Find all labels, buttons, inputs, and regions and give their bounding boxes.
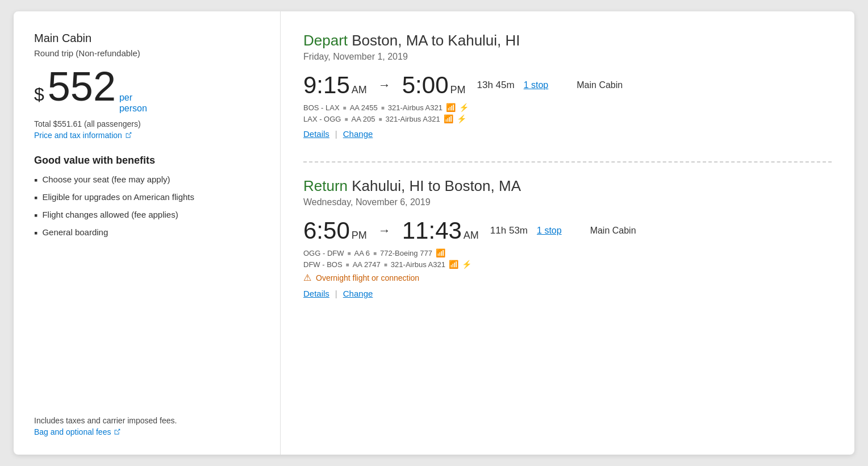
power-icon: ⚡ [459, 103, 469, 112]
dot-sep: ■ [346, 261, 349, 268]
depart-segment-2: LAX - OGG ■ AA 205 ■ 321-Airbus A321 📶 ⚡ [303, 114, 832, 123]
benefit-text: Eligible for upgrades on American flight… [42, 192, 194, 202]
return-arrive-time: 11:43AM [402, 219, 479, 243]
benefit-text: Choose your seat (fee may apply) [42, 174, 170, 184]
return-stop-link[interactable]: 1 stop [537, 226, 562, 236]
benefit-item: ▪ Choose your seat (fee may apply) [34, 174, 262, 185]
depart-duration-stop: 13h 45m 1 stop [477, 80, 549, 91]
seg2-flight: AA 205 [352, 115, 375, 123]
bullet-icon: ▪ [34, 175, 37, 185]
benefit-item: ▪ Flight changes allowed (fee applies) [34, 210, 262, 220]
price-dollar-sign: $ [34, 84, 44, 105]
depart-date: Friday, November 1, 2019 [303, 52, 832, 62]
price-tax-link[interactable]: Price and tax information [34, 131, 262, 140]
ret-seg2-aircraft: 321-Airbus A321 [391, 260, 445, 269]
bullet-icon: ▪ [34, 193, 37, 203]
overnight-text: Overnight flight or connection [316, 273, 419, 282]
bullet-icon: ▪ [34, 228, 37, 238]
return-duration-stop: 11h 53m 1 stop [490, 225, 562, 236]
seg1-aircraft: 321-Airbus A321 [388, 103, 443, 112]
arrow-icon-2: → [378, 223, 391, 238]
seg2-route: LAX - OGG [303, 115, 341, 123]
return-cabin-class: Main Cabin [590, 226, 636, 236]
arrive-time: 5:00PM [402, 73, 466, 97]
return-times-row: 6:50PM → 11:43AM 11h 53m 1 stop Main Cab… [303, 219, 832, 243]
benefit-text: Flight changes allowed (fee applies) [42, 210, 178, 219]
dot-sep: ■ [344, 116, 348, 122]
flight-card: Main Cabin Round trip (Non-refundable) $… [14, 11, 854, 455]
benefit-item: ▪ Eligible for upgrades on American flig… [34, 192, 262, 203]
dot-sep: ■ [373, 250, 377, 256]
depart-segment-1: BOS - LAX ■ AA 2455 ■ 321-Airbus A321 📶 … [303, 103, 832, 112]
depart-links: Details | Change [303, 129, 832, 139]
depart-times-row: 9:15AM → 5:00PM 13h 45m 1 stop Main Cabi… [303, 73, 832, 97]
ret-seg2-route: DFW - BOS [303, 260, 343, 269]
benefit-text: General boarding [42, 227, 108, 237]
benefit-item: ▪ General boarding [34, 227, 262, 238]
wifi-icon-4: 📶 [449, 260, 458, 269]
price-per-person: per person [119, 92, 147, 114]
ret-seg1-aircraft: 772-Boeing 777 [380, 249, 432, 257]
cabin-title: Main Cabin [34, 32, 262, 45]
return-change-link[interactable]: Change [343, 289, 373, 298]
section-divider [303, 161, 832, 163]
external-link-icon-2 [113, 428, 121, 436]
seg1-route: BOS - LAX [303, 103, 340, 112]
dot-sep: ■ [348, 250, 351, 256]
pipe-sep-2: | [335, 289, 337, 298]
dot-sep: ■ [384, 261, 387, 268]
pipe-sep: | [335, 129, 337, 139]
trip-type: Round trip (Non-refundable) [34, 48, 262, 58]
includes-text: Includes taxes and carrier imposed fees. [34, 416, 262, 425]
ret-seg1-flight: AA 6 [354, 249, 370, 257]
return-segment-2: DFW - BOS ■ AA 2747 ■ 321-Airbus A321 📶 … [303, 260, 832, 269]
external-link-icon [124, 131, 132, 139]
power-icon: ⚡ [457, 114, 466, 123]
return-depart-time: 6:50PM [303, 219, 367, 243]
depart-duration: 13h 45m [477, 80, 515, 91]
benefit-list: ▪ Choose your seat (fee may apply) ▪ Eli… [34, 174, 262, 245]
return-duration: 11h 53m [490, 225, 528, 236]
arrow-icon: → [378, 78, 391, 93]
seg2-aircraft: 321-Airbus A321 [386, 115, 440, 123]
price-amount: 552 [48, 66, 116, 107]
seg1-flight: AA 2455 [350, 103, 378, 112]
wifi-icon: 📶 [444, 114, 453, 123]
benefits-title: Good value with benefits [34, 155, 262, 167]
dot-sep: ■ [381, 105, 385, 111]
return-details-link[interactable]: Details [303, 289, 329, 298]
depart-header: Depart Boston, MA to Kahului, HI [303, 32, 832, 49]
overnight-warning: ⚠ Overnight flight or connection [303, 272, 832, 283]
depart-section: Depart Boston, MA to Kahului, HI Friday,… [303, 32, 832, 139]
ret-seg1-route: OGG - DFW [303, 249, 344, 257]
return-section: Return Kahului, HI to Boston, MA Wednesd… [303, 177, 832, 298]
depart-word: Depart [303, 32, 348, 49]
dot-sep: ■ [343, 105, 347, 111]
depart-details-link[interactable]: Details [303, 129, 329, 139]
return-links: Details | Change [303, 289, 832, 298]
depart-stop-link[interactable]: 1 stop [524, 80, 549, 90]
right-panel: Depart Boston, MA to Kahului, HI Friday,… [281, 11, 854, 455]
depart-change-link[interactable]: Change [343, 129, 373, 139]
depart-time: 9:15AM [303, 73, 367, 97]
return-word: Return [303, 177, 348, 194]
return-date: Wednesday, November 6, 2019 [303, 197, 832, 207]
warning-triangle-icon: ⚠ [303, 272, 311, 283]
total-price: Total $551.61 (all passengers) [34, 119, 262, 128]
return-route: Kahului, HI to Boston, MA [352, 177, 521, 194]
bag-fees-link[interactable]: Bag and optional fees [34, 427, 262, 436]
depart-route: Boston, MA to Kahului, HI [352, 32, 520, 49]
dot-sep: ■ [378, 116, 382, 122]
left-panel: Main Cabin Round trip (Non-refundable) $… [14, 11, 281, 455]
price-row: $ 552 per person [34, 66, 262, 114]
wifi-icon-3: 📶 [436, 248, 445, 257]
depart-cabin-class: Main Cabin [577, 80, 623, 90]
return-header: Return Kahului, HI to Boston, MA [303, 177, 832, 195]
return-segment-1: OGG - DFW ■ AA 6 ■ 772-Boeing 777 📶 [303, 248, 832, 257]
wifi-icon: 📶 [446, 103, 456, 112]
ret-seg2-flight: AA 2747 [353, 260, 381, 269]
bullet-icon: ▪ [34, 210, 37, 220]
power-icon-2: ⚡ [462, 260, 471, 269]
